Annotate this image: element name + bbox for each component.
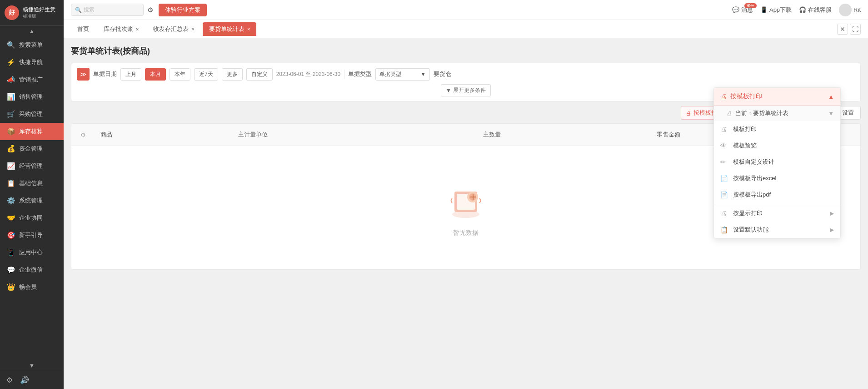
- print-icon: 🖨: [686, 110, 692, 116]
- date-btn-this-year[interactable]: 本年: [170, 68, 190, 81]
- tab-label: 库存批次账: [104, 25, 133, 33]
- sidebar-item-finance[interactable]: 💰 资金管理: [0, 140, 64, 157]
- tabbar: 首页 库存批次账 × 收发存汇总表 × 要货单统计表 × ✕ ⛶: [64, 20, 868, 38]
- messages-item[interactable]: 💬 消息 99+: [732, 6, 753, 14]
- cooperation-icon: 🤝: [6, 214, 15, 222]
- date-btn-more[interactable]: 更多: [222, 68, 243, 81]
- topbar-right: 💬 消息 99+ 📱 App下载 🎧 在线客服 Rit: [732, 4, 861, 16]
- sidebar-item-sales[interactable]: 📊 销售管理: [0, 88, 64, 106]
- type-filter-select[interactable]: 单据类型 ▼: [375, 68, 430, 81]
- yh-filter-label: 要货仓: [434, 70, 451, 78]
- sidebar-item-label: 资金管理: [19, 145, 43, 153]
- main-area: 🔍 搜索 ⚙ 体验行业方案 💬 消息 99+ 📱 App下载 🎧 在线客服 Ri…: [64, 0, 868, 389]
- sidebar-item-app-center[interactable]: 📱 应用中心: [0, 244, 64, 261]
- sidebar-item-purchase[interactable]: 🛒 采购管理: [0, 106, 64, 123]
- search-icon: 🔍: [75, 7, 82, 13]
- date-btn-last-month[interactable]: 上月: [120, 68, 141, 81]
- sidebar-nav: 🔍 搜索菜单 ⚡ 快捷导航 📣 营销推广 📊 销售管理 🛒 采购管理 📦 库存核…: [0, 36, 64, 360]
- date-btn-this-month[interactable]: 本月: [145, 68, 166, 81]
- dropdown-item-display-print[interactable]: 🖨 按显示打印 ▶: [714, 205, 840, 222]
- sidebar-item-label: 营销推广: [19, 76, 43, 84]
- app-logo: 好 畅捷通好生意 标准版: [0, 0, 64, 26]
- sidebar-item-label: 企业微信: [19, 266, 43, 274]
- dropdown-collapse-arrow[interactable]: ▲: [828, 93, 834, 100]
- tab-maximize-btn[interactable]: ⛶: [850, 24, 861, 35]
- dropdown-item-template-preview[interactable]: 👁 模板预览: [714, 137, 840, 154]
- filter-expand-button[interactable]: ≫: [77, 68, 90, 81]
- sidebar-item-business[interactable]: 📈 经营管理: [0, 157, 64, 175]
- app-download-item[interactable]: 📱 App下载: [760, 6, 792, 14]
- logo-icon: 好: [5, 5, 19, 20]
- date-btn-7days[interactable]: 近7天: [194, 68, 218, 81]
- scroll-down-arrow[interactable]: ▼: [0, 360, 64, 371]
- tab-close-receipt-summary[interactable]: ×: [191, 26, 194, 32]
- tab-receipt-summary[interactable]: 收发存汇总表 ×: [147, 22, 200, 36]
- dropdown-item-template-excel[interactable]: 📄 按模板导出excel: [714, 170, 840, 187]
- select-arrow-icon: ▼: [420, 71, 426, 77]
- dropdown-item-template-design[interactable]: ✏ 模板自定义设计: [714, 154, 840, 170]
- tab-home[interactable]: 首页: [71, 22, 95, 36]
- guide-icon: 🎯: [6, 231, 15, 239]
- dropdown-item-template-print[interactable]: 🖨 模板打印: [714, 121, 840, 137]
- sidebar-item-cooperation[interactable]: 🤝 企业协同: [0, 209, 64, 227]
- dropdown-item-set-default[interactable]: 📋 设置默认功能 ▶: [714, 222, 840, 238]
- template-print-icon: 🖨: [720, 126, 728, 133]
- sidebar-item-search[interactable]: 🔍 搜索菜单: [0, 36, 64, 54]
- sidebar-item-label: 搜索菜单: [19, 41, 43, 49]
- scroll-up-arrow[interactable]: ▲: [0, 26, 64, 36]
- user-avatar-item[interactable]: Rit: [839, 4, 861, 16]
- sales-icon: 📊: [6, 93, 15, 101]
- search-box[interactable]: 🔍 搜索: [71, 4, 144, 16]
- current-template-label: 当前：要货单统计表: [735, 109, 788, 117]
- download-icon: 📱: [760, 6, 768, 13]
- sidebar-item-guide[interactable]: 🎯 新手引导: [0, 227, 64, 244]
- set-default-label: 设置默认功能: [733, 226, 768, 234]
- app-version: 标准版: [23, 13, 55, 20]
- online-service-item[interactable]: 🎧 在线客服: [799, 6, 832, 14]
- dropdown-divider-1: [714, 204, 840, 204]
- sidebar-item-base[interactable]: 📋 基础信息: [0, 175, 64, 192]
- sidebar-item-wechat[interactable]: 💬 企业微信: [0, 261, 64, 278]
- sidebar-item-quick-nav[interactable]: ⚡ 快捷导航: [0, 54, 64, 71]
- table-settings-icon[interactable]: ⚙: [77, 128, 90, 141]
- settings-icon[interactable]: ⚙: [6, 376, 13, 384]
- print-dropdown-header[interactable]: 🖨 按模板打印 ▲: [714, 88, 840, 106]
- sidebar-item-member[interactable]: 👑 畅会员: [0, 278, 64, 296]
- audio-icon[interactable]: 🔊: [20, 376, 29, 384]
- display-print-icon: 🖨: [720, 210, 728, 217]
- tab-close-all-btn[interactable]: ✕: [837, 24, 848, 35]
- sidebar-item-system[interactable]: ⚙️ 系统管理: [0, 192, 64, 209]
- tab-label: 要货单统计表: [209, 25, 244, 33]
- sidebar-item-label: 系统管理: [19, 197, 43, 205]
- app-center-icon: 📱: [6, 248, 15, 257]
- user-avatar: [839, 4, 852, 16]
- app-download-label: App下载: [769, 6, 792, 14]
- expand-more-button[interactable]: ▼ 展开更多条件: [441, 84, 491, 96]
- tab-close-inventory-batch[interactable]: ×: [136, 26, 139, 32]
- sidebar-item-label: 采购管理: [19, 110, 43, 118]
- template-pdf-label: 按模板导出pdf: [733, 191, 771, 199]
- trial-button[interactable]: 体验行业方案: [159, 4, 207, 16]
- tab-order-stats[interactable]: 要货单统计表 ×: [203, 22, 256, 36]
- sidebar-item-marketing[interactable]: 📣 营销推广: [0, 71, 64, 88]
- expand-down-icon: ▼: [446, 87, 451, 94]
- sidebar-item-label: 新手引导: [19, 231, 43, 239]
- current-template-icon: 🖨: [727, 110, 733, 117]
- type-filter-label: 单据类型: [348, 70, 372, 78]
- sidebar-item-label: 销售管理: [19, 93, 43, 101]
- current-template-arrow: ▼: [828, 110, 834, 117]
- topbar-gear-icon[interactable]: ⚙: [147, 6, 153, 14]
- tab-inventory-batch[interactable]: 库存批次账 ×: [97, 22, 145, 36]
- sidebar-item-inventory[interactable]: 📦 库存核算: [0, 123, 64, 140]
- quick-nav-icon: ⚡: [6, 58, 15, 66]
- tab-close-order-stats[interactable]: ×: [247, 26, 250, 32]
- online-service-label: 在线客服: [808, 6, 832, 14]
- template-print-label: 模板打印: [733, 125, 757, 133]
- sidebar-item-label: 快捷导航: [19, 58, 43, 66]
- home-label: 首页: [77, 25, 89, 33]
- print-dropdown-menu: 🖨 按模板打印 ▲ 🖨 当前：要货单统计表 ▼ 🖨 模板打印 👁 模板预览 ✏ …: [713, 87, 841, 238]
- service-icon: 🎧: [799, 6, 806, 13]
- date-btn-custom[interactable]: 自定义: [246, 68, 273, 81]
- dropdown-item-template-pdf[interactable]: 📄 按模板导出pdf: [714, 187, 840, 203]
- sidebar-item-label: 基础信息: [19, 179, 43, 187]
